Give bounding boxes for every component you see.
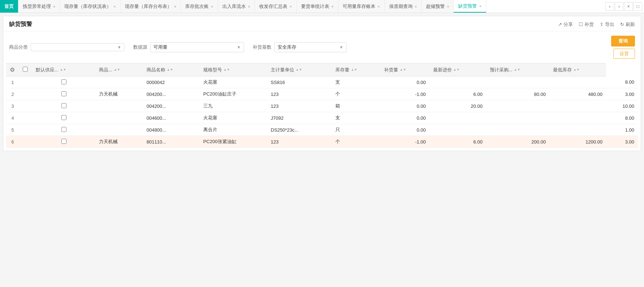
row-spec: J7092 xyxy=(267,112,332,124)
tab-scroll-right[interactable]: › xyxy=(615,2,623,11)
category-label: 商品分类 xyxy=(9,44,28,50)
row-checkbox-4[interactable] xyxy=(61,115,66,120)
tab-close-expiry[interactable]: × xyxy=(415,4,417,9)
row-goods-name: PC200油缸庄子 xyxy=(200,88,267,100)
replenish-button[interactable]: ☐ 补货 xyxy=(579,21,594,28)
row-checkbox-1[interactable] xyxy=(61,79,66,84)
row-est-purchase: 1200.00 xyxy=(549,136,606,148)
sort-icon-code[interactable]: ▲▼ xyxy=(114,68,120,71)
tab-close-all[interactable]: × xyxy=(624,2,633,11)
col-stock-qty: 库存量 ▲▼ xyxy=(332,63,380,76)
datasource-select-value: 可用量 xyxy=(153,44,167,50)
replenish-icon: ☐ xyxy=(579,22,583,27)
col-unit: 主计量单位 ▲▼ xyxy=(267,63,332,76)
tab-inout-flow[interactable]: 出入库流水 × xyxy=(218,0,255,13)
settings-button[interactable]: 设置 xyxy=(613,49,635,59)
query-button[interactable]: 查询 xyxy=(611,36,635,47)
sort-icon-stock[interactable]: ▲▼ xyxy=(351,68,357,71)
table-row: 2 力天机械 004200... PC200油缸庄子 123 个 -1.00 6… xyxy=(6,88,638,100)
row-checkbox-2[interactable] xyxy=(61,91,66,96)
tab-close-collect-summary[interactable]: × xyxy=(290,4,292,9)
select-all-checkbox[interactable] xyxy=(23,67,28,72)
tab-overstock[interactable]: 超储预警 × xyxy=(422,0,454,13)
tab-maximize[interactable]: □ xyxy=(634,2,642,11)
page-header: 缺货预警 ↗ 分享 ☐ 补货 ⇪ 导出 ↻ 刷新 xyxy=(3,16,641,31)
row-supplier: 力天机械 xyxy=(95,136,143,148)
datasource-dropdown-icon: ▼ xyxy=(237,45,241,49)
table-row: 5 004800... 离合片 DS250*23c... 只 0.00 1.00 xyxy=(6,124,638,136)
row-checkbox-6[interactable] xyxy=(61,139,66,144)
row-stock-qty: -1.00 xyxy=(380,136,429,148)
row-min-stock: 1.00 xyxy=(606,124,638,136)
tab-avail-ledger[interactable]: 可用量库存账本 × xyxy=(338,0,384,13)
row-goods-name: 离合片 xyxy=(200,124,267,136)
row-min-stock: 3.00 xyxy=(606,88,638,100)
tab-expiry[interactable]: 保质期查询 × xyxy=(385,0,422,13)
tab-close-shortage[interactable]: × xyxy=(479,4,481,8)
row-goods-name: 三九 xyxy=(200,100,267,112)
row-goods-name: 火花塞 xyxy=(200,76,267,88)
tab-close-order-stats[interactable]: × xyxy=(331,4,334,9)
row-goods-code: 004200... xyxy=(143,100,200,112)
sort-icon-min[interactable]: ▲▼ xyxy=(573,68,580,71)
col-est-purchase: 预计采购... ▲▼ xyxy=(486,63,549,76)
row-replenish-qty: 20.00 xyxy=(430,100,486,112)
col-default-supplier: 默认供应... ▲▼ xyxy=(32,63,95,76)
row-checkbox-3[interactable] xyxy=(61,103,66,108)
tab-shortage[interactable]: 缺货预警 × xyxy=(454,0,486,13)
row-checkbox-cell xyxy=(32,136,95,148)
category-select[interactable]: ▼ xyxy=(31,43,125,51)
replenish-base-select[interactable]: 安全库存 ▼ xyxy=(274,42,347,52)
sort-icon-unit[interactable]: ▲▼ xyxy=(296,68,302,71)
table-header-row: ⚙ 默认供应... ▲▼ 商品... ▲▼ xyxy=(6,63,638,76)
row-checkbox-5[interactable] xyxy=(61,127,66,132)
sort-icon-supplier[interactable]: ▲▼ xyxy=(60,68,66,71)
row-spec: 123 xyxy=(267,136,332,148)
category-filter-group: 商品分类 ▼ xyxy=(9,43,125,51)
col-goods-code: 商品... ▲▼ xyxy=(95,63,143,76)
tab-close-inventory-status[interactable]: × xyxy=(113,4,116,9)
sort-icon-name[interactable]: ▲▼ xyxy=(167,68,173,71)
row-goods-code: 0000042 xyxy=(143,76,200,88)
row-replenish-qty: 6.00 xyxy=(430,88,486,100)
datasource-select[interactable]: 可用量 ▼ xyxy=(150,42,244,52)
row-checkbox-cell xyxy=(32,88,95,100)
tab-batch-account[interactable]: 库存批次账 × xyxy=(181,0,218,13)
tab-collect-summary[interactable]: 收发存汇总表 × xyxy=(255,0,296,13)
row-supplier xyxy=(95,100,143,112)
row-supplier: 力天机械 xyxy=(95,88,143,100)
sort-icon-est[interactable]: ▲▼ xyxy=(514,68,520,71)
sort-icon-spec[interactable]: ▲▼ xyxy=(223,68,230,71)
tab-order-stats[interactable]: 要货单统计表 × xyxy=(297,0,338,13)
row-stock-qty: 0.00 xyxy=(380,124,429,136)
tab-close-avail-ledger[interactable]: × xyxy=(378,4,380,9)
row-settings-cell xyxy=(19,136,32,148)
row-unit: 支 xyxy=(332,76,380,88)
refresh-button[interactable]: ↻ 刷新 xyxy=(620,21,635,28)
row-unit: 个 xyxy=(332,136,380,148)
page-title: 缺货预警 xyxy=(9,21,32,28)
tab-close-abnormal[interactable]: × xyxy=(53,4,55,9)
tab-close-overstock[interactable]: × xyxy=(447,4,449,9)
share-button[interactable]: ↗ 分享 xyxy=(558,21,573,28)
row-unit: 只 xyxy=(332,124,380,136)
tab-nav-controls: ‹ › × □ xyxy=(604,2,644,11)
page-container: 缺货预警 ↗ 分享 ☐ 补货 ⇪ 导出 ↻ 刷新 商品分类 xyxy=(3,16,641,151)
row-settings-cell xyxy=(19,124,32,136)
sort-icon-price[interactable]: ▲▼ xyxy=(453,68,460,71)
tab-bar: 首页 拣货异常处理 × 现存量（库存状况表） × 现存量（库存分布表） × 库存… xyxy=(0,0,644,13)
export-button[interactable]: ⇪ 导出 xyxy=(600,21,614,28)
tab-close-batch-account[interactable]: × xyxy=(211,4,213,9)
row-index: 4 xyxy=(6,112,19,124)
settings-gear-icon[interactable]: ⚙ xyxy=(10,67,15,73)
col-spec: 规格型号 ▲▼ xyxy=(200,63,267,76)
row-goods-code: 801110... xyxy=(143,136,200,148)
tab-close-inventory-dist[interactable]: × xyxy=(174,4,176,9)
tab-inventory-dist[interactable]: 现存量（库存分布表） × xyxy=(121,0,181,13)
tab-close-inout-flow[interactable]: × xyxy=(248,4,250,9)
tab-inventory-status[interactable]: 现存量（库存状况表） × xyxy=(60,0,120,13)
tab-scroll-left[interactable]: ‹ xyxy=(605,2,614,11)
sort-icon-replenish[interactable]: ▲▼ xyxy=(400,68,406,71)
tab-abnormal[interactable]: 拣货异常处理 × xyxy=(18,0,60,13)
tab-home[interactable]: 首页 xyxy=(0,0,18,13)
